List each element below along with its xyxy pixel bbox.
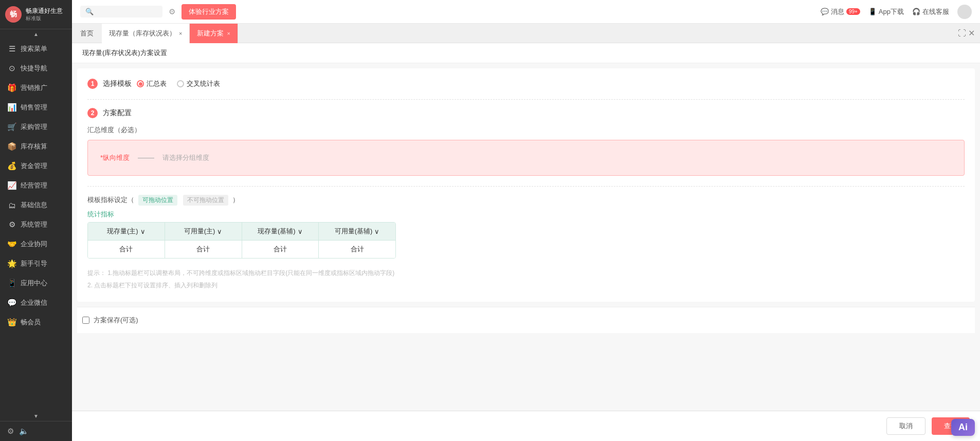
- search-bar[interactable]: 🔍: [80, 6, 162, 17]
- online-service-button[interactable]: 🎧 在线客服: [912, 7, 949, 16]
- col-header-0[interactable]: 现存量(主) ∨: [88, 223, 165, 240]
- radio-cross[interactable]: 交叉统计表: [177, 79, 220, 88]
- tab-inventory-close-icon[interactable]: ×: [179, 30, 182, 36]
- tip-0-text: 1.拖动标题栏可以调整布局，不可跨维度或指标区域拖动栏目字段(只能在同一维度或指…: [107, 269, 394, 277]
- sidebar-item-purchase[interactable]: 🛒 采购管理: [0, 117, 72, 137]
- col-header-0-label: 现存量(主): [107, 227, 138, 236]
- indicator-section: 模板指标设定（ 可拖动位置 不可拖动位置 ） 统计指标 现存量(主) ∨ 可: [87, 195, 965, 259]
- system-icon: ⚙: [7, 220, 16, 229]
- tab-inventory[interactable]: 现存量（库存状况表） ×: [102, 24, 190, 43]
- stats-table-header: 现存量(主) ∨ 可用量(主) ∨ 现存量(基辅) ∨ 可用量(基辅): [88, 223, 395, 240]
- dimension-box[interactable]: *纵向维度 —— 请选择分组维度: [87, 140, 965, 176]
- marketing-icon: 🎁: [7, 83, 16, 93]
- ai-badge[interactable]: Ai: [951, 419, 975, 436]
- top-header-right: 💬 消息 99+ 📱 App下载 🎧 在线客服: [821, 5, 972, 19]
- member-icon: 👑: [7, 318, 16, 327]
- tab-bar-actions: ⛶ ✕: [958, 28, 980, 38]
- sidebar-item-wechat[interactable]: 💬 企业微信: [0, 293, 72, 313]
- dimension-arrow: ——: [138, 153, 154, 162]
- cell-0-0: 合计: [88, 240, 165, 258]
- sidebar-item-system[interactable]: ⚙ 系统管理: [0, 215, 72, 234]
- app-download-button[interactable]: 📱 App下载: [868, 7, 904, 16]
- message-label: 消息: [831, 7, 844, 16]
- sidebar-item-label: 企业微信: [21, 298, 47, 307]
- sidebar-item-label: 应用中心: [21, 279, 47, 288]
- sidebar-item-label: 经营管理: [21, 181, 47, 190]
- col-header-2[interactable]: 现存量(基辅) ∨: [242, 223, 319, 240]
- inventory-icon: 📦: [7, 142, 16, 151]
- sidebar-nav: ☰ 搜索菜单 ⊙ 快捷导航 🎁 营销推广 📊 销售管理 🛒 采购管理 📦 库存核…: [0, 39, 72, 411]
- tab-collapse-button[interactable]: ⛶: [958, 29, 966, 38]
- page-title: 现存量(库存状况表)方案设置: [82, 49, 167, 57]
- col-header-3[interactable]: 可用量(基辅) ∨: [319, 223, 395, 240]
- message-button[interactable]: 💬 消息 99+: [821, 7, 860, 16]
- radio-summary[interactable]: 汇总表: [137, 79, 167, 88]
- sidebar-item-sales[interactable]: 📊 销售管理: [0, 98, 72, 117]
- tips-section: 提示： 1.拖动标题栏可以调整布局，不可跨维度或指标区域拖动栏目字段(只能在同一…: [87, 267, 965, 291]
- plan-save-row: 方案保存(可选): [77, 307, 975, 333]
- step1-badge: 1: [87, 79, 98, 89]
- tab-close-button[interactable]: ✕: [968, 28, 975, 38]
- sidebar-item-member[interactable]: 👑 畅会员: [0, 313, 72, 332]
- plan-save-checkbox[interactable]: [82, 317, 89, 324]
- sidebar-item-marketing[interactable]: 🎁 营销推广: [0, 78, 72, 98]
- sidebar-item-search[interactable]: ☰ 搜索菜单: [0, 39, 72, 59]
- cell-0-2: 合计: [242, 240, 319, 258]
- tab-home[interactable]: 首页: [72, 25, 102, 42]
- sidebar-item-inventory[interactable]: 📦 库存核算: [0, 137, 72, 156]
- tab-inventory-label: 现存量（库存状况表）: [109, 29, 176, 38]
- cell-0-1: 合计: [165, 240, 242, 258]
- sidebar-logo: 畅 畅康通好生意 标准版: [0, 0, 72, 29]
- quicknav-icon: ⊙: [7, 64, 16, 73]
- sidebar-scroll-up[interactable]: ▲: [0, 29, 72, 39]
- sidebar-footer: ⚙ 🔈: [0, 421, 72, 441]
- sales-icon: 📊: [7, 103, 16, 112]
- tip-0: 提示： 1.拖动标题栏可以调整布局，不可跨维度或指标区域拖动栏目字段(只能在同一…: [87, 267, 965, 279]
- tab-new-plan-close-icon[interactable]: ×: [227, 30, 230, 36]
- col-header-1[interactable]: 可用量(主) ∨: [165, 223, 242, 240]
- tab-new-plan[interactable]: 新建方案 ×: [190, 24, 238, 43]
- sidebar-item-label: 营销推广: [21, 83, 47, 93]
- service-label: 在线客服: [922, 7, 949, 16]
- col-header-2-label: 现存量(基辅): [258, 227, 296, 236]
- user-avatar[interactable]: [957, 5, 972, 19]
- radio-summary-label: 汇总表: [147, 79, 167, 88]
- sidebar-item-label: 快捷导航: [21, 64, 47, 73]
- sidebar-item-label: 新手引导: [21, 259, 47, 268]
- phone-icon: 📱: [868, 8, 877, 15]
- vertical-dimension-label: *纵向维度: [100, 153, 130, 162]
- indicator-setting-label: 模板指标设定（ 可拖动位置 不可拖动位置 ）: [87, 195, 965, 206]
- search-input[interactable]: [97, 8, 157, 15]
- sidebar-item-label: 搜索菜单: [21, 44, 47, 53]
- non-draggable-badge: 不可拖动位置: [183, 195, 228, 206]
- plan-container: 1 选择模板 汇总表 交叉统计表: [77, 68, 975, 302]
- sidebar-item-appstore[interactable]: 📱 应用中心: [0, 273, 72, 293]
- sidebar-item-guide[interactable]: 🌟 新手引导: [0, 254, 72, 273]
- sidebar-scroll-down[interactable]: ▼: [0, 411, 72, 421]
- finance-icon: 💰: [7, 161, 16, 171]
- col-header-2-chevron: ∨: [298, 228, 303, 235]
- settings-footer-icon[interactable]: ⚙: [7, 427, 14, 436]
- sidebar-item-finance[interactable]: 💰 资金管理: [0, 156, 72, 176]
- sidebar-item-basic-info[interactable]: 🗂 基础信息: [0, 195, 72, 215]
- volume-footer-icon[interactable]: 🔈: [19, 427, 29, 436]
- plan-save-label: 方案保存(可选): [94, 316, 138, 325]
- cancel-button[interactable]: 取消: [886, 417, 925, 435]
- content-area: 现存量(库存状况表)方案设置 1 选择模板 汇总表: [72, 43, 980, 411]
- message-badge: 99+: [846, 8, 860, 15]
- sidebar-item-quicknav[interactable]: ⊙ 快捷导航: [0, 59, 72, 78]
- gear-icon[interactable]: ⚙: [169, 7, 175, 16]
- sidebar-item-collab[interactable]: 🤝 企业协同: [0, 234, 72, 254]
- tab-new-plan-label: 新建方案: [197, 29, 224, 38]
- guide-icon: 🌟: [7, 259, 16, 268]
- sidebar-item-label: 库存核算: [21, 142, 47, 151]
- app-name: 畅康通好生意: [26, 7, 63, 15]
- trial-button[interactable]: 体验行业方案: [182, 4, 236, 20]
- radio-summary-dot: [139, 82, 142, 86]
- main-wrapper: 🔍 ⚙ 体验行业方案 💬 消息 99+ 📱 App下载 🎧 在线客服: [72, 0, 980, 441]
- stats-label: 统计指标: [87, 210, 965, 219]
- top-header-left: 🔍 ⚙ 体验行业方案: [80, 4, 236, 20]
- basic-info-icon: 🗂: [7, 201, 16, 210]
- sidebar-item-operations[interactable]: 📈 经营管理: [0, 176, 72, 195]
- template-radio-group: 汇总表 交叉统计表: [137, 79, 220, 88]
